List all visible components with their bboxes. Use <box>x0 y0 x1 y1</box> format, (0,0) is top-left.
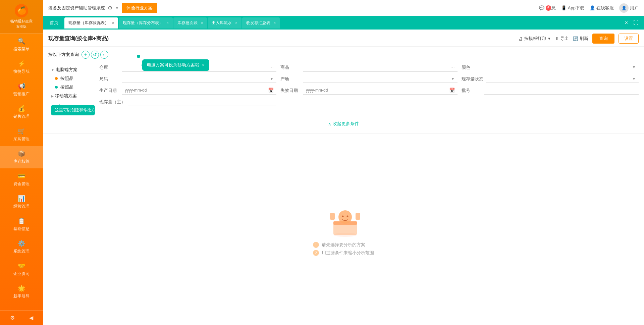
sidebar-item-quicknav[interactable]: ⚡ 快捷导航 <box>0 56 43 78</box>
settings-footer-btn[interactable]: ⚙ <box>9 313 16 322</box>
goods-label: 商品 <box>280 64 301 70</box>
tab-inout-flow[interactable]: 出入库流水 × <box>208 17 241 29</box>
header-left: 装备及固定资产辅助管理系统 ⚙ ▼ 体验行业方案 <box>48 3 157 13</box>
inv-status-label: 现存量状态 <box>462 76 483 82</box>
tree-item-sub2[interactable]: 按照品 <box>48 83 95 92</box>
tab-close-1[interactable]: × <box>166 21 168 25</box>
exp-date-calendar-icon[interactable]: 📅 <box>449 88 455 93</box>
empty-text: 1 请先选择要分析的方案 2 用过滤条件来缩小分析范围 <box>313 242 374 256</box>
export-icon: ⬆ <box>555 36 559 41</box>
message-btn[interactable]: 💬 6 消息 <box>539 5 556 11</box>
collapse-filter-btn[interactable]: ∧ 收起更多条件 <box>48 118 639 129</box>
main-area: 装备及固定资产辅助管理系统 ⚙ ▼ 体验行业方案 💬 6 消息 📱 App下载 … <box>43 0 644 325</box>
size-label: 尺码 <box>99 76 119 82</box>
tab-home[interactable]: 首页 <box>44 17 64 29</box>
inv-status-dropdown-icon[interactable]: ▼ <box>632 76 636 81</box>
dropdown-arrow-icon[interactable]: ▼ <box>115 6 119 10</box>
tree-item-pc[interactable]: ▼ 电脑端方案 <box>48 65 95 74</box>
exp-date-input[interactable] <box>306 88 448 93</box>
tab-close-3[interactable]: × <box>235 21 237 25</box>
tab-close-0[interactable]: × <box>112 21 114 25</box>
prod-date-input[interactable] <box>125 88 267 93</box>
svg-point-3 <box>338 210 352 224</box>
tree-item-sub1[interactable]: 按照品 <box>48 74 95 83</box>
filter-section-inner: 按以下方案查询 ＋ ↺ ← 电脑方案可设为移动方案哦 × <box>48 51 639 129</box>
collab-icon: 🤝 <box>18 262 25 270</box>
filter-row-4: 现存量（主） — <box>99 98 639 106</box>
refresh-btn[interactable]: 🔄 刷新 <box>573 36 588 42</box>
tab-inventory-dist[interactable]: 现存量（库存分布表） × <box>119 17 172 29</box>
popup1-close-btn[interactable]: × <box>202 62 205 68</box>
tab-batch-ledger[interactable]: 库存批次账 × <box>173 17 207 29</box>
basic-icon: 📋 <box>18 217 25 225</box>
search-icon: 🔍 <box>18 38 25 45</box>
export-btn[interactable]: ⬆ 导出 <box>555 36 569 42</box>
filter-field-inv-qty: 现存量（主） — <box>99 98 276 106</box>
origin-label: 产地 <box>280 76 301 82</box>
inv-qty-label: 现存量（主） <box>99 99 125 105</box>
print-btn[interactable]: 🖨 按模板打印 ▼ <box>519 36 551 42</box>
size-dropdown-icon[interactable]: ▼ <box>270 76 274 81</box>
sidebar-item-marketing[interactable]: 📢 营销推广 <box>0 78 43 101</box>
inv-qty-from-input[interactable] <box>131 99 198 104</box>
filter-row-3: 生产日期 📅 失效日期 📅 <box>99 86 639 95</box>
sidebar-item-search[interactable]: 🔍 搜索菜单 <box>0 34 43 56</box>
user-menu[interactable]: 👤 用户 <box>619 3 639 13</box>
tab-close-4[interactable]: × <box>274 21 276 25</box>
sidebar-item-ops[interactable]: 📊 经营管理 <box>0 191 43 213</box>
marketing-icon: 📢 <box>18 83 25 90</box>
warehouse-ellipsis-btn[interactable]: ··· <box>269 64 274 70</box>
sidebar-footer: ⚙ ◀ <box>0 310 43 325</box>
scheme-popup-1: 电脑方案可设为移动方案哦 × <box>142 59 209 71</box>
tabs-bar: 首页 现存量（库存状况表） × 现存量（库存分布表） × 库存批次账 × 出入库… <box>43 16 644 30</box>
page-title: 现存量查询(按仓库+商品) <box>48 35 109 42</box>
sidebar-item-sales[interactable]: 💰 销售管理 <box>0 101 43 123</box>
sidebar-item-basic[interactable]: 📋 基础信息 <box>0 213 43 236</box>
add-scheme-btn[interactable]: ＋ <box>82 51 90 59</box>
popup2-close-btn[interactable]: × <box>106 108 108 113</box>
arrow-left-btn[interactable]: ← <box>100 51 108 59</box>
print-icon: 🖨 <box>519 36 523 41</box>
sidebar-item-collab[interactable]: 🤝 企业协同 <box>0 258 43 281</box>
origin-dropdown-icon[interactable]: ▼ <box>451 76 455 81</box>
tab-inventory-status[interactable]: 现存量（库存状况表） × <box>64 17 118 29</box>
settings-btn[interactable]: 设置 <box>619 34 639 44</box>
ops-icon: 📊 <box>18 195 25 202</box>
settings-icon[interactable]: ⚙ <box>108 5 112 11</box>
svg-rect-7 <box>356 213 360 220</box>
tab-summary[interactable]: 收发存汇总表 × <box>242 17 280 29</box>
sidebar-item-finance[interactable]: 💳 资金管理 <box>0 168 43 191</box>
empty-illustration <box>327 203 360 236</box>
logo-icon: 🍊 <box>15 4 28 17</box>
tab-close-2[interactable]: × <box>201 21 203 25</box>
empty-step2: 2 用过滤条件来缩小分析范围 <box>313 250 374 256</box>
print-dropdown-icon: ▼ <box>547 37 551 41</box>
goods-ellipsis-btn[interactable]: ··· <box>450 64 455 70</box>
color-dropdown-icon[interactable]: ▼ <box>632 65 636 69</box>
step1-num: 1 <box>313 242 319 248</box>
sidebar-item-newguide[interactable]: 🌟 新手引导 <box>0 281 43 303</box>
online-service-btn[interactable]: 👤 在线客服 <box>590 5 614 11</box>
tree-item-mobile[interactable]: ▶ 移动端方案 <box>48 92 95 100</box>
inv-qty-to-input[interactable] <box>207 99 274 104</box>
refresh-scheme-btn[interactable]: ↺ <box>91 51 99 59</box>
tab-close-all-btn[interactable]: × <box>624 19 629 26</box>
industry-btn[interactable]: 体验行业方案 <box>122 3 157 13</box>
app-download-btn[interactable]: 📱 App下载 <box>561 5 584 11</box>
query-btn[interactable]: 查询 <box>592 34 614 44</box>
tree-label-sub1: 按照品 <box>60 75 73 82</box>
sidebar-item-inventory[interactable]: 📦 库存核算 <box>0 146 43 168</box>
svg-point-5 <box>347 216 348 217</box>
tab-fullscreen-btn[interactable]: ⛶ <box>632 19 640 26</box>
sidebar-nav: 🔍 搜索菜单 ⚡ 快捷导航 📢 营销推广 💰 销售管理 🛒 采购管理 📦 库存核… <box>0 34 43 310</box>
filter-field-exp-date: 失效日期 📅 <box>280 86 458 95</box>
sidebar-item-purchase[interactable]: 🛒 采购管理 <box>0 123 43 146</box>
filter-header: 按以下方案查询 ＋ ↺ ← 电脑方案可设为移动方案哦 × <box>48 51 639 59</box>
prod-date-calendar-icon[interactable]: 📅 <box>268 88 274 93</box>
tree-arrow-pc: ▼ <box>51 68 54 72</box>
collapse-sidebar-btn[interactable]: ◀ <box>28 313 35 322</box>
batch-input[interactable] <box>487 88 636 93</box>
service-icon: 👤 <box>590 5 595 10</box>
system-icon: ⚙️ <box>18 240 25 247</box>
sidebar-item-system[interactable]: ⚙️ 系统管理 <box>0 236 43 258</box>
